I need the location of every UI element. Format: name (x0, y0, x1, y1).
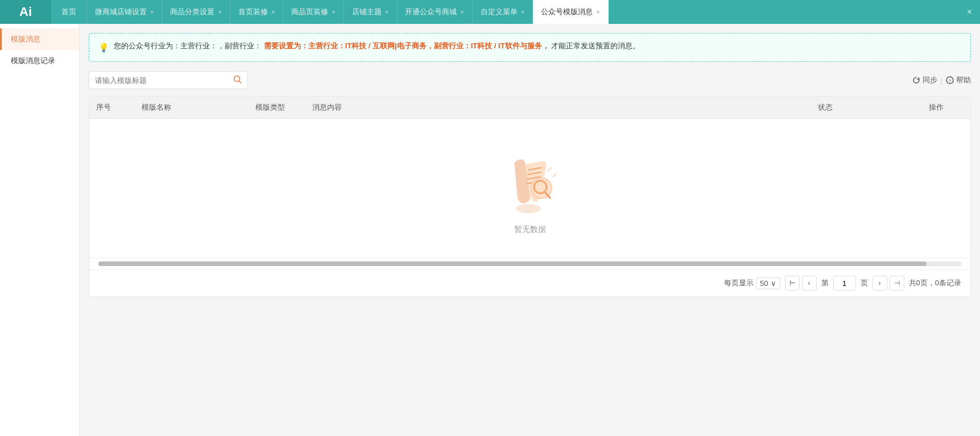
tab-product-decor[interactable]: 商品页装修 × (283, 0, 344, 24)
tab-category-settings[interactable]: 商品分类设置 × (162, 0, 230, 24)
tab-shop-theme[interactable]: 店铺主题 × (344, 0, 397, 24)
scrollbar-thumb (98, 261, 927, 266)
tab-template-msg[interactable]: 公众号模版消息 × (533, 0, 608, 24)
svg-point-4 (516, 204, 541, 213)
search-input[interactable] (89, 76, 228, 85)
search-icon (233, 75, 242, 84)
page-total: 共0页，0条记录 (909, 278, 961, 288)
content-area: 💡 您的公众号行业为：主营行业：，副营行业： 需要设置为：主营行业：IT科技 /… (80, 24, 980, 436)
th-status: 状态 (811, 97, 902, 118)
data-table: 序号 模版名称 模版类型 消息内容 状态 操作 (89, 96, 971, 297)
th-seq: 序号 (89, 97, 135, 118)
empty-state: 暂无数据 (89, 119, 970, 258)
sync-icon (912, 76, 920, 84)
page-first-button[interactable]: ⊢ (785, 276, 800, 290)
notice-highlight: 需要设置为：主营行业：IT科技 / 互联网|电子商务，副营行业：IT科技 / I… (264, 41, 549, 50)
sidebar-item-template-msg-log[interactable]: 模版消息记录 (0, 50, 79, 72)
global-close-button[interactable]: × (959, 7, 980, 17)
tab-close-home-decor[interactable]: × (271, 9, 275, 15)
page-input[interactable] (833, 276, 856, 290)
tab-home[interactable]: 首页 (51, 0, 87, 24)
page-prev-button[interactable]: ‹ (802, 276, 817, 290)
pagination: 每页显示 50 ∨ ⊢ ‹ 第 页 › ⊣ 共0页，0条记录 (89, 269, 970, 296)
fake-scrollbar[interactable] (98, 261, 961, 266)
chevron-down-icon: ∨ (771, 279, 776, 288)
main-layout: 模版消息 模版消息记录 💡 您的公众号行业为：主营行业：，副营行业： 需要设置为… (0, 24, 980, 436)
logo: Ai (0, 0, 51, 24)
page-next-button[interactable]: › (873, 276, 887, 290)
page-last-button[interactable]: ⊣ (890, 276, 904, 290)
tab-close-category-settings[interactable]: × (218, 9, 221, 15)
page-size-dropdown[interactable]: 50 ∨ (756, 277, 780, 289)
notice-box: 💡 您的公众号行业为：主营行业：，副营行业： 需要设置为：主营行业：IT科技 /… (89, 33, 971, 62)
table-header: 序号 模版名称 模版类型 消息内容 状态 操作 (89, 97, 970, 119)
svg-line-1 (239, 81, 242, 84)
empty-icon (499, 153, 561, 215)
page-size-select: 每页显示 50 ∨ (724, 277, 780, 289)
notice-prefix: 您的公众号行业为：主营行业：，副营行业： (114, 41, 262, 50)
empty-text: 暂无数据 (514, 225, 546, 235)
svg-text:?: ? (949, 78, 952, 84)
tab-close-shop-theme[interactable]: × (385, 9, 388, 15)
tab-custom-menu[interactable]: 自定义菜单 × (473, 0, 533, 24)
notice-icon: 💡 (98, 41, 109, 55)
tab-open-mall[interactable]: 开通公众号商城 × (397, 0, 472, 24)
tab-close-product-decor[interactable]: × (332, 9, 335, 15)
scrollbar-area (89, 258, 970, 269)
page-nav: ⊢ ‹ 第 页 › ⊣ (785, 276, 904, 290)
tab-shop-settings[interactable]: 微商城店铺设置 × (87, 0, 162, 24)
tab-close-custom-menu[interactable]: × (521, 9, 524, 15)
tab-close-shop-settings[interactable]: × (150, 9, 154, 15)
svg-line-13 (548, 169, 550, 171)
sidebar-item-template-msg[interactable]: 模版消息 (0, 28, 79, 50)
tab-close-template-msg[interactable]: × (596, 9, 599, 15)
help-icon: ? (946, 76, 954, 84)
search-input-wrap[interactable] (89, 71, 248, 89)
search-bar: 同步 | ? 帮助 (89, 71, 971, 89)
divider: | (941, 76, 942, 85)
sync-button[interactable]: 同步 (912, 75, 937, 85)
th-content: 消息内容 (305, 97, 811, 118)
help-button[interactable]: ? 帮助 (946, 75, 971, 85)
search-button[interactable] (228, 75, 247, 85)
tab-close-open-mall[interactable]: × (460, 9, 464, 15)
tab-bar: 首页 微商城店铺设置 × 商品分类设置 × 首页装修 × 商品页装修 × 店铺主… (51, 0, 959, 24)
th-action: 操作 (902, 97, 970, 118)
tab-home-decor[interactable]: 首页装修 × (230, 0, 283, 24)
th-name: 模版名称 (135, 97, 249, 118)
th-type: 模版类型 (249, 97, 305, 118)
toolbar-right: 同步 | ? 帮助 (912, 75, 971, 85)
top-nav: Ai 首页 微商城店铺设置 × 商品分类设置 × 首页装修 × 商品页装修 × … (0, 0, 980, 24)
svg-line-15 (553, 175, 555, 177)
sidebar: 模版消息 模版消息记录 (0, 24, 80, 436)
notice-suffix: 才能正常发送预置的消息。 (551, 41, 640, 50)
